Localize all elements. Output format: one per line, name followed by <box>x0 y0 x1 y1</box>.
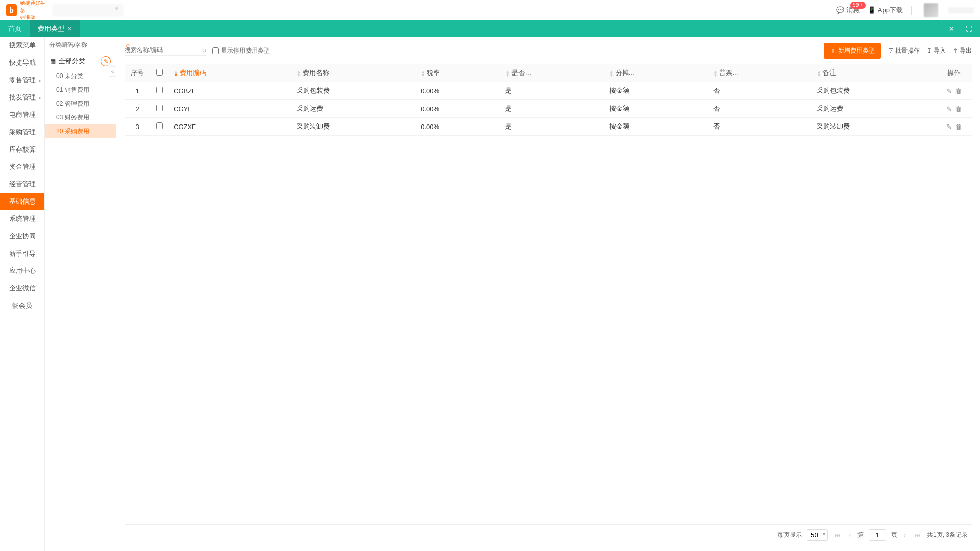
tab-close-button[interactable]: ✕ <box>945 22 958 35</box>
toolbar: ⌕ 显示停用费用类型 ＋ 新增费用类型 ☑ 批量操作 ↧ 导入 <box>125 43 972 59</box>
page-size-select[interactable]: 50 <box>807 529 828 541</box>
table-row: 3CGZXF采购装卸费0.00%是按金额否采购装卸费✎🗑 <box>125 118 972 136</box>
tab-fee-type[interactable]: 费用类型 ✕ <box>30 20 80 37</box>
grid-icon: ▦ <box>50 58 56 65</box>
nav-item[interactable]: 库存核算 <box>0 141 44 158</box>
col-seq[interactable]: 序号 <box>125 64 150 82</box>
top-header: b 畅捷通好生意 标准版 💬 消息 99 + 📱 App下载 <box>0 0 980 20</box>
table-row: 1CGBZF采购包装费0.00%是按金额否采购包装费✎🗑 <box>125 82 972 100</box>
phone-icon: 📱 <box>868 6 876 14</box>
app-download-button[interactable]: 📱 App下载 <box>868 6 903 15</box>
export-icon: ↥ <box>953 47 958 55</box>
nav-item[interactable]: 电商管理 <box>0 106 44 123</box>
nav-item[interactable]: 零售管理 <box>0 71 44 89</box>
tab-bar: 首页 费用类型 ✕ ✕ ⛶ <box>0 20 980 37</box>
table-header-row: 序号 ▲▼费用编码 ▲▼费用名称 ▲▼税率 ▲▼是否… ▲▼分摊… ▲▼普票… … <box>125 64 972 82</box>
nav-item[interactable]: 基础信息 <box>0 193 44 210</box>
category-item[interactable]: 00 未分类 <box>45 69 116 83</box>
prev-page-icon[interactable]: ‹ <box>847 532 852 539</box>
user-name <box>948 7 974 13</box>
logo-edition: 标准版 <box>20 14 47 21</box>
logo: b 畅捷通好生意 标准版 <box>6 0 47 21</box>
show-disabled-checkbox[interactable]: 显示停用费用类型 <box>212 46 270 55</box>
category-item[interactable]: 20 采购费用 <box>45 124 116 138</box>
col-remark[interactable]: ▲▼备注 <box>812 64 936 82</box>
left-nav: 搜索菜单快捷导航零售管理批发管理电商管理采购管理库存核算资金管理经营管理基础信息… <box>0 37 45 551</box>
table: 序号 ▲▼费用编码 ▲▼费用名称 ▲▼税率 ▲▼是否… ▲▼分摊… ▲▼普票… … <box>125 64 972 524</box>
col-yesno[interactable]: ▲▼是否… <box>500 64 604 82</box>
chat-icon: 💬 <box>836 6 844 14</box>
nav-item[interactable]: 经营管理 <box>0 176 44 193</box>
row-checkbox[interactable] <box>156 87 163 93</box>
export-button[interactable]: ↥ 导出 <box>953 46 972 55</box>
logo-text: 畅捷通好生意 <box>20 0 47 14</box>
search-input[interactable] <box>125 46 202 54</box>
nav-item[interactable]: 企业微信 <box>0 280 44 297</box>
nav-item[interactable]: 企业协同 <box>0 228 44 245</box>
add-fee-type-button[interactable]: ＋ 新增费用类型 <box>824 43 881 59</box>
search-icon[interactable]: ⌕ <box>202 46 206 54</box>
avatar[interactable] <box>924 3 938 17</box>
delete-icon[interactable]: 🗑 <box>955 105 962 113</box>
logo-icon: b <box>6 4 17 16</box>
nav-item[interactable]: 快捷导航 <box>0 54 44 71</box>
org-selector[interactable] <box>52 4 124 17</box>
col-alloc[interactable]: ▲▼分摊… <box>604 64 708 82</box>
search-box: ⌕ <box>125 46 206 56</box>
row-checkbox[interactable] <box>156 105 163 111</box>
fullscreen-icon[interactable]: ⛶ <box>963 22 975 35</box>
category-search: ⌕ <box>45 37 116 53</box>
nav-item[interactable]: 搜索菜单 <box>0 37 44 54</box>
main-content: ⌕ 显示停用费用类型 ＋ 新增费用类型 ☑ 批量操作 ↧ 导入 <box>116 37 980 551</box>
tab-home[interactable]: 首页 <box>0 20 30 37</box>
import-button[interactable]: ↧ 导入 <box>927 46 946 55</box>
close-icon[interactable]: ✕ <box>67 26 72 32</box>
col-ticket[interactable]: ▲▼普票… <box>708 64 812 82</box>
category-add-button[interactable]: ✎ <box>101 56 111 66</box>
delete-icon[interactable]: 🗑 <box>955 87 962 95</box>
next-page-icon[interactable]: › <box>902 532 908 539</box>
last-page-icon[interactable]: ⏭ <box>913 532 922 539</box>
nav-item[interactable]: 批发管理 <box>0 89 44 106</box>
import-icon: ↧ <box>927 47 932 55</box>
col-ops: 操作 <box>936 64 972 82</box>
row-checkbox[interactable] <box>156 122 163 129</box>
col-code[interactable]: ▲▼费用编码 <box>168 64 291 82</box>
batch-action-button[interactable]: ☑ 批量操作 <box>888 46 920 55</box>
delete-icon[interactable]: 🗑 <box>955 123 962 131</box>
nav-item[interactable]: 资金管理 <box>0 158 44 176</box>
category-all[interactable]: ▦ 全部分类 ✎ <box>45 53 116 69</box>
edit-icon[interactable]: ✎ <box>946 87 952 95</box>
messages-button[interactable]: 💬 消息 99 + <box>836 6 860 15</box>
header-actions: 💬 消息 99 + 📱 App下载 <box>836 3 974 17</box>
table-row: 2CGYF采购运费0.00%是按金额否采购运费✎🗑 <box>125 100 972 118</box>
col-name[interactable]: ▲▼费用名称 <box>291 64 416 82</box>
app-download-label: App下载 <box>878 6 903 15</box>
collapse-icon[interactable]: « <box>109 66 116 77</box>
messages-badge: 99 + <box>850 2 866 9</box>
col-checkbox[interactable] <box>150 64 168 82</box>
nav-item[interactable]: 系统管理 <box>0 210 44 228</box>
first-page-icon[interactable]: ⏮ <box>833 532 842 539</box>
category-item[interactable]: 01 销售费用 <box>45 83 116 97</box>
category-item[interactable]: 02 管理费用 <box>45 97 116 111</box>
nav-item[interactable]: 新手引导 <box>0 245 44 262</box>
nav-item[interactable]: 应用中心 <box>0 262 44 280</box>
plus-icon: ＋ <box>830 46 836 55</box>
edit-icon[interactable]: ✎ <box>946 123 952 131</box>
edit-icon: ☑ <box>888 47 894 55</box>
category-panel: ⌕ ▦ 全部分类 ✎ « 00 未分类01 销售费用02 管理费用03 财务费用… <box>45 37 116 551</box>
category-item[interactable]: 03 财务费用 <box>45 111 116 124</box>
nav-item[interactable]: 采购管理 <box>0 123 44 141</box>
nav-item[interactable]: 畅会员 <box>0 297 44 314</box>
edit-icon[interactable]: ✎ <box>946 105 952 113</box>
select-all-checkbox[interactable] <box>156 69 163 76</box>
search-icon[interactable]: ⌕ <box>126 41 130 49</box>
col-tax[interactable]: ▲▼税率 <box>415 64 500 82</box>
category-search-input[interactable] <box>49 41 126 48</box>
page-input[interactable] <box>869 529 886 541</box>
page-summary: 共1页, 3条记录 <box>927 531 968 539</box>
pagination: 每页显示 50 ⏮ ‹ 第 页 › ⏭ 共1页, 3条记录 <box>125 524 972 545</box>
category-list: 00 未分类01 销售费用02 管理费用03 财务费用20 采购费用 <box>45 69 116 138</box>
